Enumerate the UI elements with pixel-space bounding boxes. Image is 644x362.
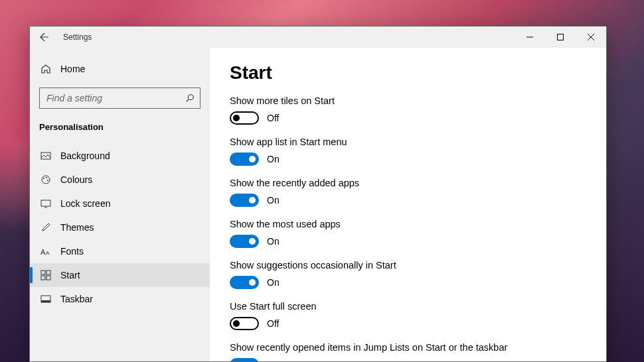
main-panel: Start Show more tiles on StartOffShow ap… xyxy=(210,48,606,361)
svg-point-5 xyxy=(46,177,47,178)
svg-text:A: A xyxy=(46,250,50,256)
svg-rect-12 xyxy=(41,276,45,280)
toggle-state-label: On xyxy=(267,236,280,247)
nav-item-background[interactable]: Background xyxy=(30,144,210,168)
toggle-switch[interactable] xyxy=(230,358,259,361)
start-tiles-icon xyxy=(40,270,51,280)
svg-text:A: A xyxy=(40,248,46,256)
minimize-button[interactable] xyxy=(515,27,545,48)
toggle-switch[interactable] xyxy=(230,152,259,166)
svg-rect-13 xyxy=(46,276,50,280)
setting-item: Show more tiles on StartOff xyxy=(230,95,586,125)
arrow-left-icon xyxy=(39,32,50,42)
search-box[interactable] xyxy=(39,88,201,109)
nav-item-colours[interactable]: Colours xyxy=(30,168,210,192)
svg-rect-15 xyxy=(41,300,50,302)
svg-point-4 xyxy=(43,178,44,179)
nav-item-themes[interactable]: Themes xyxy=(30,215,210,239)
back-button[interactable] xyxy=(30,27,59,48)
nav-item-label: Background xyxy=(60,151,110,161)
toggle-state-label: Off xyxy=(267,113,279,123)
setting-label: Show the most used apps xyxy=(230,219,586,229)
svg-rect-0 xyxy=(558,34,564,40)
home-label: Home xyxy=(60,64,85,74)
toggle-state-label: Off xyxy=(267,318,279,329)
home-icon xyxy=(40,64,51,74)
monitor-icon xyxy=(40,198,51,209)
setting-label: Show suggestions occasionally in Start xyxy=(230,260,586,271)
brush-icon xyxy=(40,222,51,233)
setting-item: Show app list in Start menuOn xyxy=(230,137,586,166)
setting-label: Show the recently added apps xyxy=(230,178,586,188)
nav-item-start[interactable]: Start xyxy=(30,263,210,287)
close-button[interactable] xyxy=(576,27,606,48)
window-controls xyxy=(515,27,606,48)
svg-point-3 xyxy=(42,176,50,184)
setting-label: Use Start full screen xyxy=(230,301,586,312)
window-title: Settings xyxy=(59,32,92,42)
setting-item: Show suggestions occasionally in StartOn xyxy=(230,260,586,289)
palette-icon xyxy=(40,174,51,185)
nav-item-label: Colours xyxy=(60,174,92,185)
home-nav[interactable]: Home xyxy=(30,60,210,78)
nav-item-label: Lock screen xyxy=(60,198,110,209)
nav-item-taskbar[interactable]: Taskbar xyxy=(30,287,210,311)
toggle-switch[interactable] xyxy=(230,194,259,207)
nav-item-fonts[interactable]: AA Fonts xyxy=(30,239,210,263)
nav-item-label: Taskbar xyxy=(60,294,93,304)
setting-item: Show the recently added appsOn xyxy=(230,178,586,207)
toggle-state-label: On xyxy=(267,154,280,164)
titlebar: Settings xyxy=(30,27,606,48)
page-title: Start xyxy=(230,62,586,84)
setting-item: Show recently opened items in Jump Lists… xyxy=(230,342,586,361)
settings-list: Show more tiles on StartOffShow app list… xyxy=(230,95,586,361)
nav-item-label: Themes xyxy=(60,222,94,233)
category-label: Personalisation xyxy=(30,118,210,144)
maximize-button[interactable] xyxy=(545,27,576,48)
nav-item-label: Start xyxy=(60,270,80,280)
toggle-state-label: On xyxy=(267,359,280,361)
setting-label: Show more tiles on Start xyxy=(230,95,586,106)
nav-item-label: Fonts xyxy=(60,246,84,257)
toggle-state-label: On xyxy=(267,195,280,206)
svg-rect-11 xyxy=(46,271,50,274)
setting-label: Show app list in Start menu xyxy=(230,137,586,147)
toggle-switch[interactable] xyxy=(230,276,259,289)
nav-item-lock-screen[interactable]: Lock screen xyxy=(30,192,210,215)
toggle-switch[interactable] xyxy=(230,235,259,248)
svg-rect-10 xyxy=(41,271,45,274)
toggle-state-label: On xyxy=(267,277,280,288)
search-input[interactable] xyxy=(46,93,185,103)
svg-point-1 xyxy=(188,95,193,100)
toggle-switch[interactable] xyxy=(230,111,259,125)
image-icon xyxy=(40,151,51,161)
setting-label: Show recently opened items in Jump Lists… xyxy=(230,342,586,353)
taskbar-icon xyxy=(40,294,51,304)
search-icon xyxy=(185,93,195,103)
svg-rect-7 xyxy=(41,200,50,206)
svg-point-6 xyxy=(47,180,48,181)
toggle-switch[interactable] xyxy=(230,317,259,330)
setting-item: Use Start full screenOff xyxy=(230,301,586,330)
sidebar: Home Personalisation Background Colours xyxy=(30,48,210,361)
settings-window: Settings Home Personalisation xyxy=(29,26,607,362)
setting-item: Show the most used appsOn xyxy=(230,219,586,248)
nav-list: Background Colours Lock screen Themes AA… xyxy=(30,144,210,311)
font-icon: AA xyxy=(40,247,51,256)
